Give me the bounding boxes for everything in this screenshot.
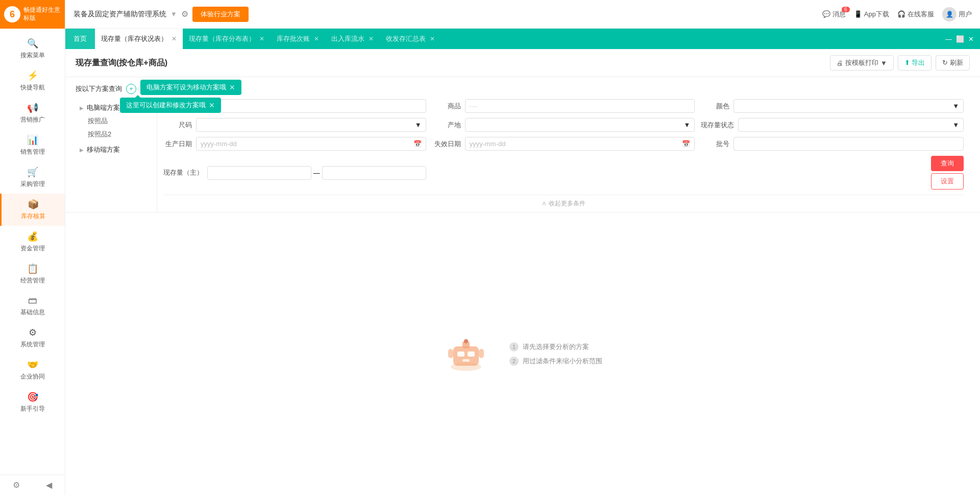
prod-date-calendar-icon[interactable]: 📅 [413,140,422,148]
sidebar-item-operations[interactable]: 📋 经营管理 [0,258,65,290]
scheme-item-1[interactable]: 按照品 [76,114,157,128]
tab-inventory-dist[interactable]: 现存量（库存分布表） ✕ [183,29,271,49]
sidebar-item-enterprise[interactable]: 🤝 企业协同 [0,354,65,386]
content-area: 现存量查询(按仓库+商品) 🖨 按模板打印 ▼ ⬆ 导出 ↻ 刷新 [65,49,980,495]
svg-rect-7 [448,349,453,358]
template-print-btn[interactable]: 🖨 按模板打印 ▼ [830,55,894,70]
desktop-scheme-toggle: ▶ [80,105,84,111]
size-select[interactable]: ▼ [196,118,426,132]
inventory-icon: 📦 [28,199,39,210]
refresh-icon: ↻ [942,59,948,66]
mobile-scheme-header[interactable]: ▶ 移动端方案 [76,143,157,156]
system-title: 装备及固定资产辅助管理系统 [74,10,166,19]
warehouse-select[interactable]: ··· [196,99,426,113]
filter-field-prod-date: 生产日期 yyyy-mm-dd 📅 [163,137,426,151]
filter-main: ▶ 电脑端方案 按照品 按照品2 ▶ 移动端方案 [76,99,970,212]
collapse-bar[interactable]: ∧ 收起更多条件 [163,195,964,212]
svg-rect-4 [462,359,470,362]
sidebar-nav: 🔍 搜索菜单 ⚡ 快捷导航 📢 营销推广 📊 销售管理 🛒 采购管理 📦 库存核… [0,29,65,475]
page-header: 现存量查询(按仓库+商品) 🖨 按模板打印 ▼ ⬆ 导出 ↻ 刷新 [65,49,980,77]
inv-main-label: 现存量（主） [163,168,203,177]
filter-field-exp-date: 失效日期 yyyy-mm-dd 📅 [432,137,695,151]
tab-collect-summary-close[interactable]: ✕ [430,35,435,42]
empty-state-text: 1 请先选择要分析的方案 2 用过滤条件来缩小分析范围 [509,342,602,366]
finance-icon: 💰 [27,231,38,242]
sidebar-item-system[interactable]: ⚙ 系统管理 [0,322,65,354]
inv-status-select[interactable]: ▼ [738,118,964,132]
origin-select[interactable]: ▼ [465,118,695,132]
trial-btn[interactable]: 体验行业方案 [192,7,249,22]
product-select[interactable]: ··· [465,99,695,113]
sidebar-item-purchase[interactable]: 🛒 采购管理 [0,161,65,194]
color-select[interactable]: ▼ [733,99,964,113]
sidebar-item-quick-nav[interactable]: ⚡ 快捷导航 [0,65,65,97]
scheme-item-2[interactable]: 按照品2 [76,128,157,141]
tab-batch-ledger[interactable]: 库存批次账 ✕ [271,29,325,49]
sidebar-item-basic[interactable]: 🗃 基础信息 [0,290,65,322]
add-scheme-container: + 电脑方案可设为移动方案哦 ✕ [126,84,136,94]
inv-main-range: — [207,166,426,180]
inv-main-from[interactable] [207,166,311,180]
messages-btn[interactable]: 💬 消息 6 [822,10,846,19]
app-download-btn[interactable]: 📱 App下载 [854,10,889,19]
tab-collect-summary[interactable]: 收发存汇总表 ✕ [380,29,441,49]
color-label: 颜色 [701,102,729,111]
filter-field-inv-main: 现存量（主） — [163,156,426,190]
search-btn[interactable]: 查询 [931,156,964,171]
exp-date-input[interactable]: yyyy-mm-dd 📅 [465,137,695,151]
page-actions: 🖨 按模板打印 ▼ ⬆ 导出 ↻ 刷新 [830,55,970,70]
tab-home[interactable]: 首页 [65,29,95,49]
main-content: 1 请先选择要分析的方案 2 用过滤条件来缩小分析范围 [65,213,980,495]
filter-header: 按以下方案查询 + 电脑方案可设为移动方案哦 ✕ ✎ [76,83,970,94]
svg-rect-8 [479,349,484,358]
batch-input[interactable] [733,137,964,151]
mobile-scheme-toggle: ▶ [80,147,84,153]
message-icon: 💬 [822,10,830,18]
tab-in-out-flow[interactable]: 出入库流水 ✕ [325,29,380,49]
inv-main-to[interactable] [322,166,426,180]
tab-inventory-status[interactable]: 现存量（库存状况表） ✕ [95,29,183,49]
filter-field-batch: 批号 [701,137,964,151]
tooltip1-close[interactable]: ✕ [229,83,235,91]
tab-inventory-status-close[interactable]: ✕ [172,35,177,42]
sidebar-collapse-btn[interactable]: ◀ [46,480,52,490]
tooltip2-close[interactable]: ✕ [209,101,215,109]
topbar-settings-icon[interactable]: ⚙ [181,9,188,19]
sidebar-item-inventory[interactable]: 📦 库存核算 [0,194,65,226]
online-support-btn[interactable]: 🎧 在线客服 [897,10,934,19]
tooltip1: 电脑方案可设为移动方案哦 ✕ [140,80,241,95]
sales-icon: 📊 [27,134,38,146]
tab-inventory-dist-close[interactable]: ✕ [259,35,264,42]
empty-state-container: 1 请先选择要分析的方案 2 用过滤条件来缩小分析范围 [443,331,602,377]
sidebar-settings-btn[interactable]: ⚙ [13,480,20,490]
logo: 6 畅捷通好生意 标版 [0,0,65,29]
window-maximize-btn[interactable]: ⬜ [956,35,964,43]
logo-icon: 6 [4,6,20,22]
system-icon: ⚙ [29,327,37,338]
origin-label: 产地 [432,121,461,130]
topbar-right: 💬 消息 6 📱 App下载 🎧 在线客服 👤 用户 Ea [822,7,972,21]
window-minimize-btn[interactable]: — [945,35,952,43]
sidebar-item-sales[interactable]: 📊 销售管理 [0,129,65,161]
tab-batch-ledger-close[interactable]: ✕ [314,35,319,42]
export-btn[interactable]: ⬆ 导出 [898,55,932,70]
product-dots: ··· [470,102,478,110]
sidebar-item-guide[interactable]: 🎯 新手引导 [0,386,65,418]
system-title-dropdown-icon[interactable]: ▼ [170,10,177,18]
prod-date-input[interactable]: yyyy-mm-dd 📅 [196,137,426,151]
add-scheme-btn[interactable]: + [126,84,136,94]
tab-in-out-flow-close[interactable]: ✕ [369,35,374,42]
window-close-btn[interactable]: ✕ [968,35,974,43]
topbar-left: 装备及固定资产辅助管理系统 ▼ ⚙ 体验行业方案 [74,7,249,22]
refresh-btn[interactable]: ↻ 刷新 [936,55,970,70]
sidebar-item-search-menu[interactable]: 🔍 搜索菜单 [0,33,65,65]
user-menu-btn[interactable]: 👤 用户 Ea [942,7,972,21]
filter-fields-panel: 仓库 ··· 商品 ··· 颜色 [157,99,970,212]
settings-btn[interactable]: 设置 [931,173,964,190]
sidebar-item-marketing[interactable]: 📢 营销推广 [0,97,65,129]
sidebar: 6 畅捷通好生意 标版 🔍 搜索菜单 ⚡ 快捷导航 📢 营销推广 📊 销售管理 … [0,0,65,495]
exp-date-calendar-icon[interactable]: 📅 [682,140,690,148]
empty-step-2: 2 用过滤条件来缩小分析范围 [509,357,602,366]
basic-icon: 🗃 [28,295,37,306]
sidebar-item-finance[interactable]: 💰 资金管理 [0,226,65,258]
